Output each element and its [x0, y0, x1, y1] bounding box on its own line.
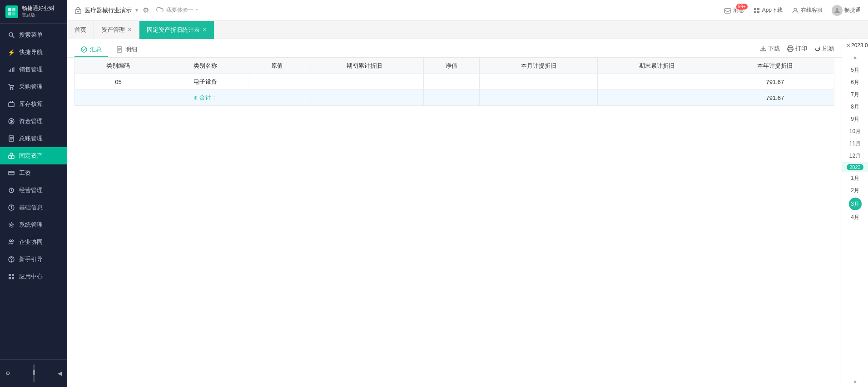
svg-rect-8 [12, 68, 13, 72]
col-net: 净值 [423, 58, 480, 74]
row-name: 电子设备 [162, 74, 249, 90]
sidebar-item-ledger[interactable]: 总账管理 [0, 130, 67, 147]
fixed-assets-icon [7, 152, 15, 160]
sidebar-item-payroll[interactable]: 工资 [0, 164, 67, 182]
month-10[interactable]: 10月 [842, 125, 868, 138]
month-7[interactable]: 7月 [842, 89, 868, 101]
notification-btn[interactable]: 消息 99+ [724, 6, 744, 14]
scroll-down-btn[interactable]: ▼ [842, 377, 868, 387]
purchase-icon [7, 83, 15, 91]
online-service-icon [792, 7, 799, 14]
tab-asset-mgmt-close[interactable]: ✕ [128, 27, 132, 33]
total-icon: ⊕ [193, 95, 198, 101]
sidebar-item-purchase[interactable]: 采购管理 [0, 78, 67, 95]
sidebar-footer: ⚙ ◀ [0, 359, 67, 387]
svg-rect-34 [12, 277, 14, 279]
svg-rect-39 [754, 8, 756, 10]
month-8[interactable]: 8月 [842, 101, 868, 113]
avatar [832, 5, 843, 16]
svg-rect-2 [8, 12, 11, 15]
content-area: 汇总 明细 [67, 39, 868, 387]
month-5[interactable]: 5月 [842, 64, 868, 76]
row-end-dep [598, 74, 716, 90]
online-service-btn[interactable]: 在线客服 [792, 6, 823, 14]
sidebar-item-operations[interactable]: 经营管理 [0, 182, 67, 199]
month-2[interactable]: 2月 [842, 184, 868, 197]
user-menu[interactable]: 畅捷通 [832, 5, 861, 16]
row-monthly-dep [480, 74, 598, 90]
month-1[interactable]: 1月 [842, 172, 868, 184]
refresh-btn[interactable]: 刷新 [814, 45, 834, 53]
sidebar-item-basic-info[interactable]: 基础信息 [0, 199, 67, 216]
month-6[interactable]: 6月 [842, 76, 868, 89]
sidebar-item-finance[interactable]: 资金管理 [0, 113, 67, 130]
svg-point-45 [81, 47, 87, 52]
tab-asset-mgmt[interactable]: 资产管理 ✕ [94, 21, 139, 39]
print-btn[interactable]: 打印 [787, 45, 807, 53]
row-initial-dep [305, 74, 423, 90]
tabbar: 首页 资产管理 ✕ 固定资产折旧统计表 ✕ [67, 21, 868, 39]
sidebar-item-search[interactable]: 搜索菜单 [0, 26, 67, 44]
company-selector[interactable]: 医疗器械行业演示 ▼ [74, 6, 139, 15]
company-name: 医疗器械行业演示 [84, 6, 132, 15]
col-name: 类别名称 [162, 58, 249, 74]
sidebar-collapse-btn[interactable]: ◀ [58, 370, 62, 377]
sidebar-item-inventory[interactable]: 库存核算 [0, 95, 67, 113]
month-4[interactable]: 4月 [842, 211, 868, 223]
cloud-icon [156, 7, 164, 14]
sidebar-settings-btn[interactable]: ⚙ [5, 370, 10, 377]
tab-depreciation-table-close[interactable]: ✕ [203, 27, 207, 33]
sidebar-item-quick-nav[interactable]: ⚡ 快捷导航 [0, 44, 67, 61]
sidebar-item-guide[interactable]: 新手引导 [0, 251, 67, 268]
sub-tabs: 汇总 明细 [67, 39, 842, 58]
svg-rect-41 [754, 11, 756, 13]
topbar-settings-btn[interactable]: ⚙ [143, 6, 149, 15]
cooperation-icon [7, 238, 15, 246]
total-row: ⊕ 合计： 791.67 [75, 90, 834, 106]
download-btn[interactable]: 下载 [760, 45, 780, 53]
topbar-right: 消息 99+ App下载 在线客服 [724, 5, 861, 16]
svg-point-28 [12, 240, 14, 242]
svg-point-30 [11, 261, 12, 262]
tab-home[interactable]: 首页 [67, 21, 94, 39]
operations-icon [7, 186, 15, 194]
scroll-up-btn[interactable]: ▲ [842, 52, 868, 62]
app-download-btn[interactable]: App下载 [753, 6, 783, 14]
year-2023[interactable]: 2023 [842, 162, 868, 172]
col-annual-dep: 本年计提折旧 [716, 58, 834, 74]
logo-area: 畅捷通好业财 普及版 [0, 0, 67, 24]
svg-rect-38 [724, 9, 731, 13]
sidebar-item-fixed-assets[interactable]: 固定资产 [0, 147, 67, 164]
col-monthly-dep: 本月计提折旧 [480, 58, 598, 74]
month-12[interactable]: 12月 [842, 150, 868, 162]
page: 汇总 明细 [67, 39, 842, 387]
right-panel-header: ✕ 2023.03 ⤢ [842, 39, 868, 52]
svg-rect-33 [9, 277, 11, 279]
month-3[interactable]: 3月 [849, 198, 862, 210]
month-11[interactable]: 11月 [842, 138, 868, 150]
svg-rect-12 [9, 103, 14, 107]
right-panel-close-btn[interactable]: ✕ [846, 42, 851, 49]
sidebar-item-app-center[interactable]: 应用中心 [0, 268, 67, 285]
notification-badge: 99+ [736, 4, 748, 10]
svg-rect-31 [9, 274, 11, 276]
sidebar-menu: 搜索菜单 ⚡ 快捷导航 销售管理 [0, 24, 67, 359]
system-icon [7, 221, 15, 229]
svg-rect-3 [12, 12, 15, 15]
search-icon [7, 31, 15, 39]
sub-tab-detail[interactable]: 明细 [110, 43, 144, 57]
summary-icon [81, 46, 87, 53]
svg-rect-32 [12, 274, 14, 276]
trial-btn[interactable]: 我要体验一下 [156, 6, 199, 14]
sidebar-item-sales[interactable]: 销售管理 [0, 61, 67, 78]
sidebar-item-cooperation[interactable]: 企业协同 [0, 233, 67, 251]
company-icon [74, 7, 82, 14]
tab-depreciation-table[interactable]: 固定资产折旧统计表 ✕ [139, 21, 214, 39]
svg-rect-0 [8, 8, 11, 11]
month-9[interactable]: 9月 [842, 113, 868, 125]
col-code: 类别编码 [75, 58, 162, 74]
logo-icon [5, 5, 18, 18]
sidebar: 畅捷通好业财 普及版 搜索菜单 ⚡ 快捷导航 [0, 0, 67, 387]
sidebar-item-system[interactable]: 系统管理 [0, 216, 67, 233]
sub-tab-summary[interactable]: 汇总 [74, 43, 108, 57]
